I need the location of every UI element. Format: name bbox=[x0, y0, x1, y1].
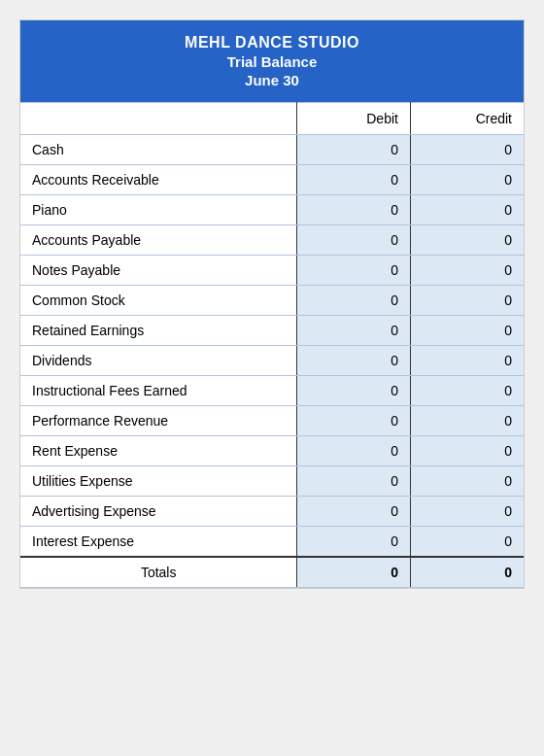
table-row: Common Stock00 bbox=[20, 286, 524, 316]
debit-value: 0 bbox=[297, 195, 411, 225]
debit-value: 0 bbox=[297, 225, 411, 256]
credit-value: 0 bbox=[410, 436, 524, 466]
table-row: Retained Earnings00 bbox=[20, 316, 524, 346]
table-row: Interest Expense00 bbox=[20, 527, 524, 558]
table-row: Cash00 bbox=[20, 135, 524, 165]
credit-value: 0 bbox=[410, 316, 524, 346]
table-row: Dividends00 bbox=[20, 346, 524, 376]
table-row: Instructional Fees Earned00 bbox=[20, 376, 524, 406]
account-name: Utilities Expense bbox=[20, 466, 297, 497]
credit-value: 0 bbox=[410, 527, 524, 558]
debit-value: 0 bbox=[297, 286, 411, 316]
table-row: Advertising Expense00 bbox=[20, 497, 524, 527]
table-row: Piano00 bbox=[20, 195, 524, 225]
credit-value: 0 bbox=[410, 225, 524, 256]
report-type: Trial Balance bbox=[30, 53, 514, 70]
debit-value: 0 bbox=[297, 527, 411, 558]
account-name: Rent Expense bbox=[20, 436, 297, 466]
debit-value: 0 bbox=[297, 497, 411, 527]
credit-value: 0 bbox=[410, 195, 524, 225]
debit-column-header: Debit bbox=[297, 103, 411, 135]
credit-value: 0 bbox=[410, 256, 524, 286]
totals-row: Totals00 bbox=[20, 557, 524, 588]
account-name: Instructional Fees Earned bbox=[20, 376, 297, 406]
table-row: Performance Revenue00 bbox=[20, 406, 524, 436]
column-headers: Debit Credit bbox=[20, 103, 524, 135]
account-name: Dividends bbox=[20, 346, 297, 376]
debit-value: 0 bbox=[297, 316, 411, 346]
account-name: Cash bbox=[20, 135, 297, 165]
debit-value: 0 bbox=[297, 406, 411, 436]
report-date: June 30 bbox=[30, 72, 514, 88]
totals-label: Totals bbox=[20, 557, 297, 588]
credit-value: 0 bbox=[410, 497, 524, 527]
credit-value: 0 bbox=[410, 406, 524, 436]
totals-credit: 0 bbox=[410, 557, 524, 588]
table-row: Accounts Payable00 bbox=[20, 225, 524, 256]
account-name: Notes Payable bbox=[20, 256, 297, 286]
debit-value: 0 bbox=[297, 165, 411, 195]
table-row: Accounts Receivable00 bbox=[20, 165, 524, 195]
account-name: Common Stock bbox=[20, 286, 297, 316]
debit-value: 0 bbox=[297, 256, 411, 286]
account-name: Piano bbox=[20, 195, 297, 225]
table-row: Utilities Expense00 bbox=[20, 466, 524, 497]
table-row: Rent Expense00 bbox=[20, 436, 524, 466]
account-name: Advertising Expense bbox=[20, 497, 297, 527]
report-header: MEHL DANCE STUDIO Trial Balance June 30 bbox=[20, 20, 524, 102]
debit-value: 0 bbox=[297, 466, 411, 497]
credit-value: 0 bbox=[410, 135, 524, 165]
table-row: Notes Payable00 bbox=[20, 256, 524, 286]
account-column-header bbox=[20, 103, 297, 135]
account-name: Performance Revenue bbox=[20, 406, 297, 436]
debit-value: 0 bbox=[297, 436, 411, 466]
debit-value: 0 bbox=[297, 376, 411, 406]
account-name: Interest Expense bbox=[20, 527, 297, 558]
credit-column-header: Credit bbox=[410, 103, 524, 135]
totals-debit: 0 bbox=[297, 557, 411, 588]
credit-value: 0 bbox=[410, 165, 524, 195]
debit-value: 0 bbox=[297, 346, 411, 376]
account-name: Accounts Payable bbox=[20, 225, 297, 256]
credit-value: 0 bbox=[410, 286, 524, 316]
trial-balance-container: MEHL DANCE STUDIO Trial Balance June 30 … bbox=[19, 19, 525, 589]
account-name: Retained Earnings bbox=[20, 316, 297, 346]
credit-value: 0 bbox=[410, 346, 524, 376]
trial-balance-table: Debit Credit Cash00Accounts Receivable00… bbox=[20, 102, 524, 588]
company-name: MEHL DANCE STUDIO bbox=[30, 34, 514, 52]
credit-value: 0 bbox=[410, 376, 524, 406]
account-name: Accounts Receivable bbox=[20, 165, 297, 195]
credit-value: 0 bbox=[410, 466, 524, 497]
debit-value: 0 bbox=[297, 135, 411, 165]
